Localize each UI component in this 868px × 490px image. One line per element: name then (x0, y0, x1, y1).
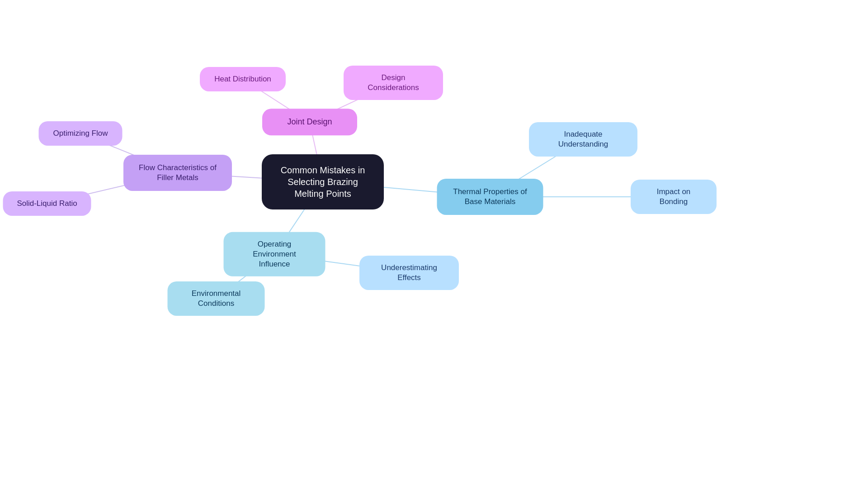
node-inadequate-understanding: Inadequate Understanding (529, 122, 637, 157)
node-operating-environment: Operating Environment Influence (224, 232, 326, 276)
node-design-considerations: Design Considerations (344, 66, 443, 100)
node-heat-distribution: Heat Distribution (200, 67, 286, 91)
mind-map: Common Mistakes in Selecting Brazing Mel… (0, 0, 868, 490)
node-environmental-conditions: Environmental Conditions (168, 281, 265, 316)
node-impact-on-bonding: Impact on Bonding (631, 180, 717, 214)
node-joint-design: Joint Design (262, 109, 357, 135)
node-underestimating-effects: Underestimating Effects (359, 256, 459, 290)
node-optimizing-flow: Optimizing Flow (39, 121, 123, 146)
node-center: Common Mistakes in Selecting Brazing Mel… (262, 154, 384, 209)
node-flow-characteristics: Flow Characteristics of Filler Metals (123, 155, 232, 191)
node-solid-liquid-ratio: Solid-Liquid Ratio (3, 191, 91, 216)
node-thermal-properties: Thermal Properties of Base Materials (437, 179, 543, 215)
